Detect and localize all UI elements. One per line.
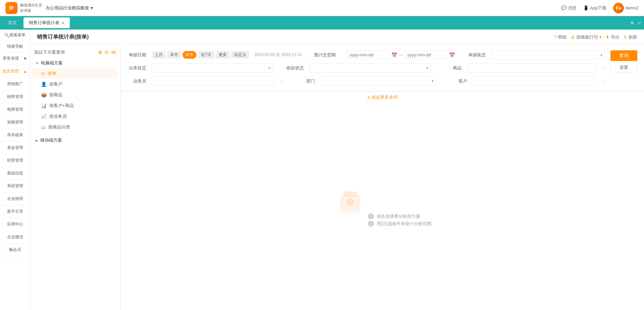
top-bar: 好 畅捷通好生意 标准版 办公用品行业模拟账套 ▾ 💬 消息 📱 App下载 E… <box>0 0 644 16</box>
hint-num-2: 2 <box>368 221 374 227</box>
pc-scheme-items: ⊙ 按单 👤 按客户 📦 按商品 📊 按客 <box>33 68 118 133</box>
search-icon: 🔍 <box>4 33 9 38</box>
chevron-down-icon: ▼ <box>36 61 39 65</box>
query-filters: 单据日期 上月 本月 本年 近7天 更多 自定义 2023-01-01 至 20… <box>127 50 605 86</box>
dept-label: 部门 <box>296 78 315 84</box>
empty-hint-2: 2 用[过滤]条件来缩小分析范围 <box>368 221 431 227</box>
customer-label: 客户 <box>448 78 467 84</box>
calendar-icon-2[interactable]: 📅 <box>449 52 455 58</box>
scheme-item-by-goods[interactable]: 📦 按商品 <box>33 90 118 100</box>
page-header: 销售订单统计表(按单) ? 帮助 🖨 按模板打印 ▾ ⬇ 导出 ↻ 刷新 <box>30 30 644 45</box>
scheme-item-by-cust-goods[interactable]: 📊 按客户+商品 <box>33 100 118 111</box>
search-button[interactable]: 查询 <box>610 50 637 61</box>
company-selector[interactable]: 办公用品行业模拟账套 ▾ <box>46 5 93 11</box>
calendar-icon[interactable]: 📅 <box>391 52 397 58</box>
tab-close-icon[interactable]: ✕ <box>61 21 64 25</box>
sidebar-search[interactable]: 🔍 搜索菜单 <box>0 30 30 41</box>
order-status-label: 单据状态 <box>467 52 486 58</box>
btn-last-month[interactable]: 上月 <box>152 51 166 59</box>
settings-scheme-icon[interactable]: ⊙ <box>104 49 109 55</box>
query-row: 单据日期 上月 本月 本年 近7天 更多 自定义 2023-01-01 至 20… <box>127 50 637 86</box>
export-button[interactable]: ⬇ 导出 <box>606 34 620 40</box>
sidebar-item-ecommerce[interactable]: 电商管理 <box>0 103 30 116</box>
delivery-date-input-group: 📅 — 📅 <box>346 51 455 59</box>
goods-input[interactable] <box>467 63 596 72</box>
chevron-down-icon: ▾ <box>599 35 602 40</box>
sidebar-item-member[interactable]: 畅会员 <box>0 244 30 256</box>
collapse-panel-icon[interactable]: ≪ <box>111 49 116 55</box>
order-status-select[interactable] <box>491 50 605 59</box>
add-scheme-icon[interactable]: ⊕ <box>98 49 102 55</box>
sidebar-item-basic[interactable]: 基础信息 <box>0 167 30 180</box>
app-download-button[interactable]: 📱 App下载 <box>583 5 606 11</box>
message-icon: 💬 <box>561 5 567 10</box>
scheme-item-by-staff[interactable]: 📈 按业务员 <box>33 111 118 122</box>
order-icon: ⊙ <box>41 71 45 76</box>
window-maximize-button[interactable]: ⤢ <box>637 20 641 26</box>
btn-this-year[interactable]: 本年 <box>182 51 197 59</box>
sidebar-item-sales[interactable]: 销售管理 <box>0 91 30 103</box>
filter-row-1: 单据日期 上月 本月 本年 近7天 更多 自定义 2023-01-01 至 20… <box>127 50 605 59</box>
empty-hint-1: 1 请先选择要分析的方案 <box>368 213 431 219</box>
customer-input[interactable] <box>473 76 596 86</box>
mobile-scheme-header[interactable]: ▶ 移动端方案 <box>33 135 118 145</box>
goods-icon: 📦 <box>41 92 47 98</box>
sidebar-item-purchase[interactable]: 采购管理 <box>0 116 30 129</box>
pc-scheme-header[interactable]: ▼ 电脑端方案 <box>33 58 118 68</box>
btn-more[interactable]: 更多 <box>216 51 230 59</box>
sidebar-item-inventory[interactable]: 库存核算 <box>0 129 30 142</box>
left-panel: 按以下方案查询 ⊕ ⊙ ≪ ▼ 电脑端方案 ⊙ 按单 <box>30 45 121 310</box>
sidebar-item-apps[interactable]: 应用中心 <box>0 218 30 231</box>
btn-this-month[interactable]: 本月 <box>167 51 181 59</box>
goods-cat-icon: 🗂 <box>41 124 46 130</box>
refresh-button[interactable]: ↻ 刷新 <box>624 34 637 40</box>
content-area: 1 请先选择要分析的方案 2 用[过滤]条件来缩小分析范围 <box>121 103 644 310</box>
payment-status-select[interactable] <box>309 63 431 72</box>
sidebar-quick-nav[interactable]: 快捷导航 <box>0 41 30 52</box>
sidebar-item-marketing[interactable]: 营销推广 <box>0 78 30 91</box>
staff-input[interactable] <box>152 76 275 86</box>
scheme-item-by-goods-cat[interactable]: 🗂 按商品分类 <box>33 122 118 133</box>
avatar: Ea <box>613 3 624 13</box>
delivery-date-start-input[interactable] <box>346 51 390 59</box>
payment-status-select-wrapper <box>309 63 431 72</box>
message-button[interactable]: 💬 消息 <box>561 5 577 11</box>
window-minimize-button[interactable]: ✕ <box>630 20 634 26</box>
delivery-status-select[interactable] <box>152 63 273 72</box>
tab-home[interactable]: 首页 <box>3 17 22 28</box>
tab-sales-stat[interactable]: 销售订单统计表 ✕ <box>23 17 70 28</box>
help-icon: ? <box>554 35 556 40</box>
goods-more-button[interactable]: ··· <box>601 65 605 71</box>
sidebar-item-operation[interactable]: 经营管理 <box>0 154 30 167</box>
btn-custom[interactable]: 自定义 <box>231 51 249 59</box>
setting-button[interactable]: 设置 <box>610 62 637 72</box>
sidebar-item-system[interactable]: 系统管理 <box>0 180 30 193</box>
logo-area: 好 畅捷通好生意 标准版 <box>5 2 42 14</box>
top-bar-right: 💬 消息 📱 App下载 Ea demo2 <box>561 3 639 13</box>
empty-illustration <box>333 185 367 218</box>
date-label: 单据日期 <box>127 52 146 58</box>
delivery-date-end-input[interactable] <box>404 51 448 59</box>
collapse-filters-button[interactable]: ∧ 收起更多条件 <box>121 91 644 103</box>
template-print-button[interactable]: 🖨 按模板打印 ▾ <box>571 34 602 40</box>
sidebar-item-finance[interactable]: 资金管理 <box>0 142 30 154</box>
sidebar-item-wholesale[interactable]: 批发管理 ▲ <box>0 65 30 78</box>
btn-last-7[interactable]: 近7天 <box>198 51 214 59</box>
sidebar-item-newbie[interactable]: 新手引导 <box>0 205 30 218</box>
date-range-text: 2023-01-01 至 2023-12-31 <box>255 52 302 58</box>
help-button[interactable]: ? 帮助 <box>554 34 567 40</box>
sidebar-item-enterprise[interactable]: 企业协同 <box>0 193 30 205</box>
payment-status-label: 收款状态 <box>285 65 304 71</box>
user-menu[interactable]: Ea demo2 <box>613 3 639 13</box>
goods-label: 商品 <box>443 65 462 71</box>
empty-state: 1 请先选择要分析的方案 2 用[过滤]条件来缩小分析范围 <box>320 171 445 242</box>
scheme-item-by-order[interactable]: ⊙ 按单 <box>33 68 118 79</box>
staff-more-button[interactable]: ··· <box>280 79 284 84</box>
left-panel-header: 按以下方案查询 ⊕ ⊙ ≪ <box>30 49 120 58</box>
dept-select[interactable] <box>320 76 436 86</box>
scheme-item-by-customer[interactable]: 👤 按客户 <box>33 79 118 90</box>
sidebar-item-wechat[interactable]: 企业微信 <box>0 231 30 244</box>
empty-hints: 1 请先选择要分析的方案 2 用[过滤]条件来缩小分析范围 <box>368 212 431 228</box>
sidebar-item-retail[interactable]: 零售管理 ▼ <box>0 52 30 65</box>
customer-more-button[interactable]: ··· <box>601 79 605 84</box>
